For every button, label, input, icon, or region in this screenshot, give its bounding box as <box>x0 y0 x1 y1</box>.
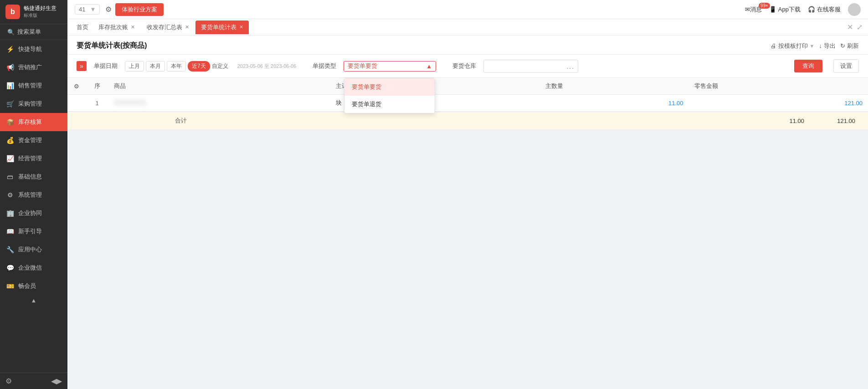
page-title: 要货单统计表(按商品) <box>77 41 147 51</box>
sidebar-item-系统管理[interactable]: ⚙ 系统管理 <box>0 186 67 204</box>
row-checkbox[interactable] <box>67 95 86 112</box>
sidebar-search-label: 搜索菜单 <box>17 28 41 36</box>
date-this-month-btn[interactable]: 本月 <box>146 61 165 72</box>
row-qty: 11.00 <box>540 95 688 112</box>
message-icon: ✉ <box>745 6 750 13</box>
logo-icon: b <box>5 5 20 19</box>
export-icon: ↓ <box>819 42 822 49</box>
sidebar-label-10: 新手引导 <box>18 227 42 235</box>
topbar-service[interactable]: 🎧 在线客服 <box>808 5 841 14</box>
sidebar-label-2: 销售管理 <box>18 82 42 90</box>
sidebar-settings-icon[interactable]: ⚙ <box>5 377 12 385</box>
col-product-header: 商品 <box>108 78 330 95</box>
sidebar-label-6: 经营管理 <box>18 154 42 163</box>
date-last-month-btn[interactable]: 上月 <box>125 61 144 72</box>
sidebar-item-企业协同[interactable]: 🏢 企业协同 <box>0 204 67 222</box>
topbar-right: ✉ 消息 99+ 📱 App下载 🎧 在线客服 <box>745 3 861 16</box>
col-settings[interactable]: ⚙ <box>67 78 86 95</box>
sidebar-icon-11: 🔧 <box>5 245 15 254</box>
row-amount: 121.00 <box>689 95 868 112</box>
filter-date-group: 上月 本月 本年 近7天 自定义 <box>125 61 228 72</box>
refresh-icon: ↻ <box>840 42 845 49</box>
warehouse-input-container: … <box>483 60 578 73</box>
company-selector[interactable]: 41 ▼ <box>75 4 100 15</box>
sidebar-icon-9: 🏢 <box>5 209 15 218</box>
sidebar-scroll-up[interactable]: ▲ <box>0 295 67 306</box>
sidebar-label-4: 库存核算 <box>18 118 42 126</box>
tab-recv-send-summary[interactable]: 收发存汇总表 ✕ <box>141 20 195 34</box>
user-avatar[interactable] <box>848 3 861 16</box>
col-idx-header: 序 <box>86 78 108 95</box>
filter-row: » 单据日期 上月 本月 本年 近7天 自定义 2023-05-06 至 202… <box>77 59 859 73</box>
settings-btn[interactable]: 设置 <box>833 59 859 73</box>
company-num: 41 <box>79 6 85 13</box>
tab-home[interactable]: 首页 <box>73 20 92 34</box>
refresh-btn[interactable]: ↻ 刷新 <box>840 42 859 50</box>
print-btn[interactable]: 🖨 按模板打印 ▼ <box>770 42 815 50</box>
dropdown-option-order-goods[interactable]: 要货单要货 <box>344 78 435 96</box>
type-input-container: ▲ 要货单要货 要货单退货 <box>344 61 436 72</box>
tab-close-icon[interactable]: ✕ <box>131 24 135 30</box>
sidebar-item-新手引导[interactable]: 📖 新手引导 <box>0 222 67 241</box>
page-header: 要货单统计表(按商品) 🖨 按模板打印 ▼ ↓ 导出 ↻ 刷新 <box>67 36 868 55</box>
tab-label: 库存批次账 <box>98 23 128 31</box>
dropdown-option-order-return[interactable]: 要货单退货 <box>344 96 435 113</box>
sidebar-item-畅会员[interactable]: 🎫 畅会员 <box>0 277 67 295</box>
logo-text: 畅捷通好生意 标准版 <box>24 5 56 19</box>
tab-close-all-icon[interactable]: ✕ <box>847 23 853 31</box>
table-section: ⚙ 序 商品 主计量单位 主数量 零售金额 1 <box>67 78 868 112</box>
sidebar-icon-10: 📖 <box>5 227 15 236</box>
type-dropdown-arrow-icon[interactable]: ▲ <box>426 63 432 70</box>
product-blurred <box>114 99 146 106</box>
tab-label: 收发存汇总表 <box>147 23 182 31</box>
sidebar-item-企业微信[interactable]: 💬 企业微信 <box>0 259 67 277</box>
date-custom-btn[interactable]: 自定义 <box>212 62 228 70</box>
print-arrow-icon: ▼ <box>810 43 815 49</box>
tab-label: 要货单统计表 <box>201 23 236 31</box>
trial-btn[interactable]: 体验行业方案 <box>115 3 164 16</box>
sidebar-icon-8: ⚙ <box>5 190 15 200</box>
sidebar-item-销售管理[interactable]: 📊 销售管理 <box>0 77 67 95</box>
sidebar-item-资金管理[interactable]: 💰 资金管理 <box>0 131 67 149</box>
sidebar-icon-13: 🎫 <box>5 282 15 291</box>
query-btn[interactable]: 查询 <box>794 60 822 72</box>
print-label: 按模板打印 <box>778 42 808 50</box>
sidebar-icon-4: 📦 <box>5 118 15 127</box>
warehouse-more-icon[interactable]: … <box>566 61 574 71</box>
tab-close-icon[interactable]: ✕ <box>239 24 243 30</box>
tab-inventory-batch[interactable]: 库存批次账 ✕ <box>93 20 140 34</box>
topbar-app-download[interactable]: 📱 App下载 <box>769 5 801 14</box>
filter-toggle-btn[interactable]: » <box>77 61 87 71</box>
date-last7days-btn[interactable]: 近7天 <box>188 61 210 72</box>
sidebar-item-库存核算[interactable]: 📦 库存核算 <box>0 113 67 131</box>
main-area: 41 ▼ ⚙ 体验行业方案 ✉ 消息 99+ 📱 App下载 🎧 在线客服 <box>67 0 868 389</box>
date-this-year-btn[interactable]: 本年 <box>167 61 186 72</box>
warehouse-input[interactable] <box>488 63 564 70</box>
tab-order-stats[interactable]: 要货单统计表 ✕ <box>195 20 249 34</box>
message-badge: 99+ <box>759 3 770 9</box>
sidebar-item-应用中心[interactable]: 🔧 应用中心 <box>0 241 67 259</box>
date-label: 单据日期 <box>94 62 118 70</box>
sidebar-label-5: 资金管理 <box>18 136 42 144</box>
tab-expand-icon[interactable]: ⤢ <box>857 23 863 31</box>
app-label: App下载 <box>778 5 801 14</box>
tabs-bar: 首页 库存批次账 ✕ 收发存汇总表 ✕ 要货单统计表 ✕ ✕ ⤢ <box>67 19 868 36</box>
topbar-message[interactable]: ✉ 消息 99+ <box>745 5 762 14</box>
sidebar-label-11: 应用中心 <box>18 246 42 254</box>
tab-close-icon[interactable]: ✕ <box>185 24 189 30</box>
sidebar-item-基础信息[interactable]: 🗃 基础信息 <box>0 168 67 186</box>
sidebar-search[interactable]: 🔍 搜索菜单 <box>0 24 67 40</box>
sidebar: b 畅捷通好生意 标准版 🔍 搜索菜单 ⚡ 快捷导航 📢 营销推广 📊 销售管理… <box>0 0 67 389</box>
sidebar-item-营销推广[interactable]: 📢 营销推广 <box>0 58 67 77</box>
sidebar-collapse-icon[interactable]: ◀▶ <box>51 377 62 385</box>
export-btn[interactable]: ↓ 导出 <box>819 42 836 50</box>
sidebar-item-快捷导航[interactable]: ⚡ 快捷导航 <box>0 40 67 58</box>
type-input[interactable] <box>348 63 424 70</box>
topbar-gear-icon[interactable]: ⚙ <box>105 5 112 14</box>
sidebar-item-采购管理[interactable]: 🛒 采购管理 <box>0 95 67 113</box>
sidebar-item-经营管理[interactable]: 📈 经营管理 <box>0 149 67 168</box>
type-label: 单据类型 <box>313 62 336 70</box>
main-table: ⚙ 序 商品 主计量单位 主数量 零售金额 1 <box>67 78 868 112</box>
sidebar-label-9: 企业协同 <box>18 209 42 217</box>
sidebar-label-1: 营销推广 <box>18 63 42 72</box>
